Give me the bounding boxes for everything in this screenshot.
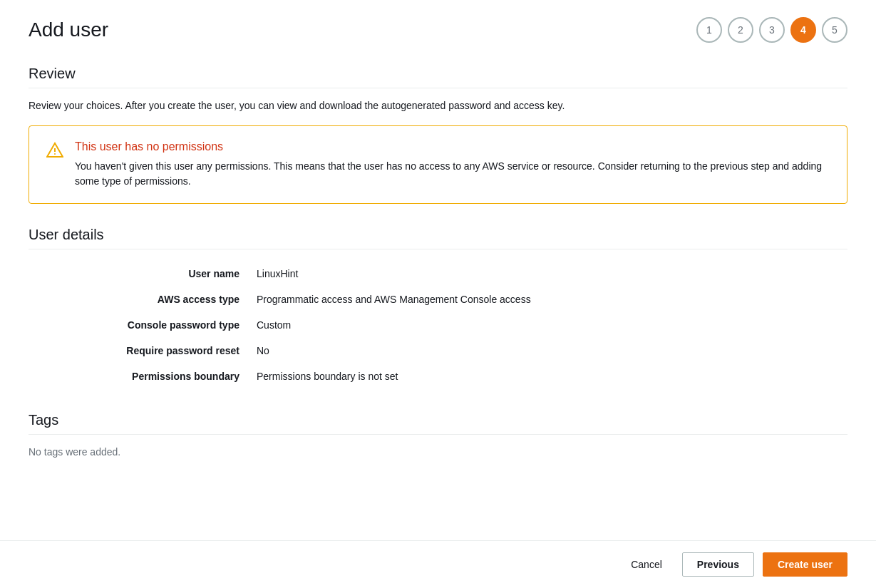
step-5[interactable]: 5 (822, 17, 847, 43)
no-tags-text: No tags were added. (29, 446, 847, 458)
review-title: Review (29, 66, 847, 82)
tags-section: Tags No tags were added. (29, 412, 847, 458)
table-row: Permissions boundary Permissions boundar… (29, 363, 847, 389)
warning-content: This user has no permissions You haven't… (75, 140, 830, 189)
table-row: AWS access type Programmatic access and … (29, 287, 847, 312)
review-description: Review your choices. After you create th… (29, 100, 847, 111)
field-value-username: LinuxHint (257, 261, 847, 287)
field-label-username: User name (29, 261, 257, 287)
user-details-table: User name LinuxHint AWS access type Prog… (29, 261, 847, 389)
step-indicators: 1 2 3 4 5 (696, 17, 847, 43)
step-4[interactable]: 4 (790, 17, 816, 43)
warning-title: This user has no permissions (75, 140, 830, 153)
step-1[interactable]: 1 (696, 17, 722, 43)
field-value-password-reset: No (257, 338, 847, 363)
warning-icon (46, 142, 63, 163)
field-label-password-type: Console password type (29, 312, 257, 338)
warning-text: You haven't given this user any permissi… (75, 159, 830, 189)
user-details-divider (29, 249, 847, 249)
field-value-permissions-boundary: Permissions boundary is not set (257, 363, 847, 389)
cancel-button[interactable]: Cancel (619, 553, 674, 576)
field-value-access-type: Programmatic access and AWS Management C… (257, 287, 847, 312)
table-row: Console password type Custom (29, 312, 847, 338)
field-label-permissions-boundary: Permissions boundary (29, 363, 257, 389)
tags-title: Tags (29, 412, 847, 428)
tags-divider (29, 434, 847, 435)
step-2[interactable]: 2 (728, 17, 753, 43)
previous-button[interactable]: Previous (682, 552, 754, 577)
field-value-password-type: Custom (257, 312, 847, 338)
review-divider (29, 88, 847, 88)
warning-box: This user has no permissions You haven't… (29, 125, 847, 204)
table-row: User name LinuxHint (29, 261, 847, 287)
user-details-title: User details (29, 227, 847, 243)
footer-bar: Cancel Previous Create user (0, 540, 876, 588)
field-label-password-reset: Require password reset (29, 338, 257, 363)
create-user-button[interactable]: Create user (763, 552, 847, 577)
user-details-section: User details User name LinuxHint AWS acc… (29, 227, 847, 389)
page-title: Add user (29, 19, 108, 41)
svg-point-1 (54, 153, 56, 155)
field-label-access-type: AWS access type (29, 287, 257, 312)
review-section: Review Review your choices. After you cr… (29, 66, 847, 204)
step-3[interactable]: 3 (759, 17, 785, 43)
table-row: Require password reset No (29, 338, 847, 363)
